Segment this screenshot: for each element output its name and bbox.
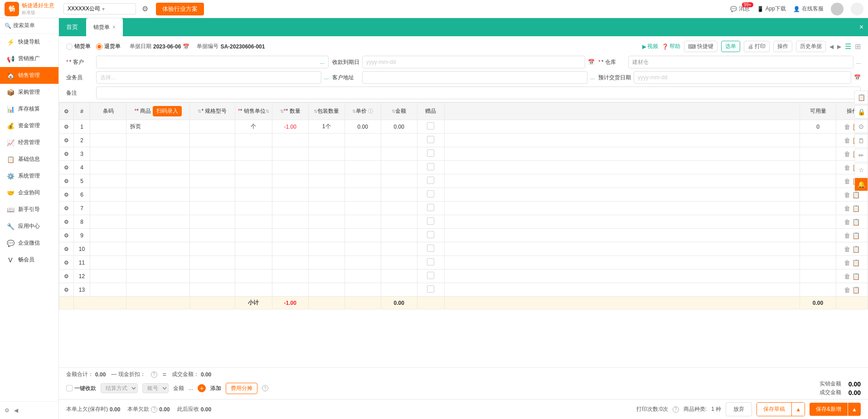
row-qty[interactable] <box>272 256 308 270</box>
row-barcode[interactable] <box>90 283 126 297</box>
row-qty[interactable] <box>272 134 308 147</box>
warehouse-input[interactable]: 建材仓 <box>628 56 853 68</box>
sidebar-item-management[interactable]: 📈 经营管理 <box>0 134 58 151</box>
row-qty[interactable] <box>272 202 308 215</box>
trial-btn[interactable]: 体验行业方案 <box>156 3 204 15</box>
prev-icon[interactable]: ◀ <box>829 43 834 50</box>
sidebar-item-quick-nav[interactable]: ⚡ 快捷导航 <box>0 34 58 50</box>
row-price[interactable] <box>344 229 381 242</box>
row-settings[interactable]: ⚙ <box>59 188 74 202</box>
expected-date-input[interactable]: yyyy-mm-dd <box>634 71 851 84</box>
copy-icon[interactable]: 📋 <box>852 232 860 239</box>
row-amount[interactable] <box>381 174 417 188</box>
sidebar-item-finance[interactable]: 💰 资金管理 <box>0 117 58 134</box>
tab-home[interactable]: 首页 <box>59 18 85 36</box>
row-amount[interactable] <box>381 242 417 256</box>
history-btn[interactable]: 历史单据 <box>796 41 826 52</box>
row-unit[interactable] <box>235 161 272 174</box>
delete-icon[interactable]: 🗑 <box>844 178 850 185</box>
row-gift[interactable] <box>417 202 444 215</box>
row-price[interactable]: 0.00 <box>344 120 381 134</box>
salesperson-input[interactable]: 选择... <box>96 71 321 84</box>
row-gift[interactable] <box>417 229 444 242</box>
app-download-btn[interactable]: 📱 App下载 <box>757 5 786 13</box>
online-service-btn[interactable]: 👤 在线客服 <box>793 5 824 13</box>
row-spec[interactable] <box>190 202 235 215</box>
payment-date-input[interactable]: yyyy-mm-dd <box>362 56 585 68</box>
row-barcode[interactable] <box>90 256 126 270</box>
row-price[interactable] <box>344 134 381 147</box>
row-goods[interactable] <box>126 229 190 242</box>
sidebar-item-enterprise[interactable]: 🤝 企业协同 <box>0 184 58 201</box>
next-icon[interactable]: ▶ <box>837 43 841 50</box>
row-unit[interactable] <box>235 270 272 283</box>
account-select[interactable]: 账号 <box>142 383 169 393</box>
row-qty[interactable] <box>272 161 308 174</box>
delete-icon[interactable]: 🗑 <box>844 137 850 144</box>
add-payment-btn[interactable]: + <box>198 384 206 392</box>
row-pkg[interactable] <box>308 215 344 229</box>
row-goods[interactable] <box>126 242 190 256</box>
row-price[interactable] <box>344 188 381 202</box>
sidebar-item-purchase[interactable]: 📦 采购管理 <box>0 84 58 101</box>
sidebar-item-appstore[interactable]: 🔧 应用中心 <box>0 218 58 235</box>
row-unit[interactable] <box>235 242 272 256</box>
row-gift[interactable] <box>417 215 444 229</box>
row-spec[interactable] <box>190 134 235 147</box>
row-unit[interactable]: 个 <box>235 120 272 134</box>
row-settings[interactable]: ⚙ <box>59 283 74 297</box>
row-unit[interactable] <box>235 147 272 161</box>
row-pkg[interactable] <box>308 161 344 174</box>
row-price[interactable] <box>344 147 381 161</box>
row-settings[interactable]: ⚙ <box>59 202 74 215</box>
row-goods[interactable] <box>126 202 190 215</box>
row-gift[interactable] <box>417 256 444 270</box>
row-settings[interactable]: ⚙ <box>59 215 74 229</box>
row-pkg[interactable] <box>308 188 344 202</box>
row-unit[interactable] <box>235 134 272 147</box>
copy-icon[interactable]: 📋 <box>852 273 860 280</box>
row-goods[interactable] <box>126 147 190 161</box>
row-gift[interactable] <box>417 120 444 134</box>
calendar-icon[interactable]: 📅 <box>183 43 189 50</box>
debt-info-icon[interactable]: ? <box>151 406 157 413</box>
row-gift[interactable] <box>417 242 444 256</box>
row-price[interactable] <box>344 256 381 270</box>
row-settings[interactable]: ⚙ <box>59 256 74 270</box>
row-qty[interactable] <box>272 283 308 297</box>
copy-icon[interactable]: 📋 <box>852 246 860 253</box>
sidebar-settings-icon[interactable]: ⚙ <box>5 407 10 414</box>
row-spec[interactable] <box>190 120 235 134</box>
delete-icon[interactable]: 🗑 <box>844 164 850 171</box>
tab-close-main-icon[interactable]: × <box>859 23 863 31</box>
expected-date-calendar-icon[interactable]: 📅 <box>854 74 861 81</box>
row-pkg[interactable] <box>308 174 344 188</box>
row-qty[interactable]: -1.00 <box>272 120 308 134</box>
settle-method-select[interactable]: 结算方式 <box>101 383 138 393</box>
row-price[interactable] <box>344 283 381 297</box>
remark-input[interactable] <box>96 87 861 99</box>
sidebar-item-marketing[interactable]: 📢 营销推广 <box>0 50 58 67</box>
row-unit[interactable] <box>235 215 272 229</box>
row-pkg[interactable]: 1个 <box>308 120 344 134</box>
row-amount[interactable] <box>381 147 417 161</box>
delete-icon[interactable]: 🗑 <box>844 273 850 280</box>
row-amount[interactable] <box>381 256 417 270</box>
video-link[interactable]: ▶ 视频 <box>642 43 658 50</box>
print-info-icon[interactable]: ? <box>673 406 679 413</box>
copy-icon[interactable]: 📋 <box>852 259 860 266</box>
row-spec[interactable] <box>190 174 235 188</box>
float-icon-7[interactable]: 🔔 <box>854 178 868 191</box>
row-amount[interactable] <box>381 229 417 242</box>
fee-info-icon[interactable]: ? <box>262 385 268 391</box>
sidebar-item-basic-info[interactable]: 📋 基础信息 <box>0 151 58 168</box>
row-barcode[interactable] <box>90 229 126 242</box>
delete-icon[interactable]: 🗑 <box>844 218 850 226</box>
row-goods[interactable] <box>126 215 190 229</box>
row-gift[interactable] <box>417 147 444 161</box>
row-goods[interactable] <box>126 283 190 297</box>
delete-icon[interactable]: 🗑 <box>844 259 850 266</box>
row-price[interactable] <box>344 202 381 215</box>
info-circle-icon[interactable]: ? <box>151 371 157 378</box>
float-icon-4[interactable]: 🗒 <box>854 134 868 148</box>
